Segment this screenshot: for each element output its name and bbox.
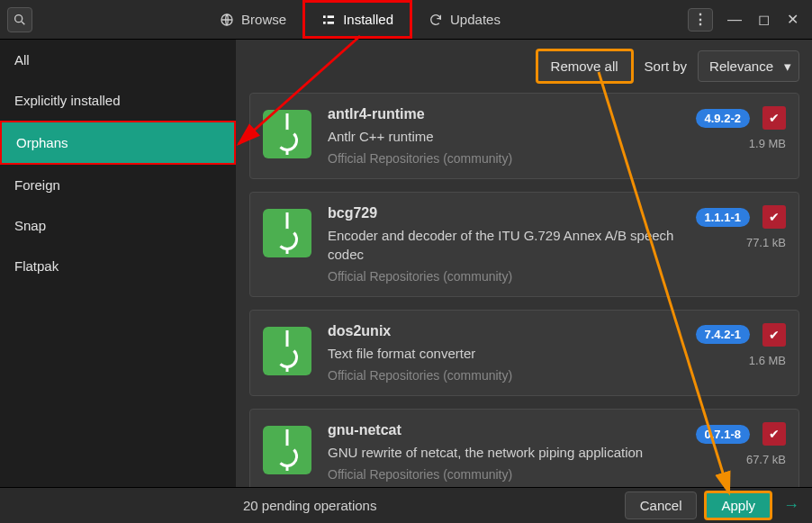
package-remove-check[interactable]: ✔ [762, 106, 786, 130]
package-description: Antlr C++ runtime [328, 128, 680, 146]
sidebar-item-label: Orphans [16, 135, 68, 150]
package-info: dos2unix Text file format converter Offi… [328, 323, 680, 383]
sidebar-item-label: Flatpak [14, 258, 59, 274]
main-tabs: Browse Installed Updates [203, 0, 517, 39]
package-name: gnu-netcat [328, 422, 680, 438]
apply-button[interactable]: Apply [704, 491, 772, 520]
main-area: All Explicitly installed Orphans Foreign… [0, 40, 812, 487]
sidebar-item-explicit[interactable]: Explicitly installed [0, 80, 236, 121]
pending-label: 20 pending operations [9, 498, 625, 513]
package-repo: Official Repositories (community) [328, 368, 680, 383]
tab-updates[interactable]: Updates [412, 0, 517, 39]
package-remove-check[interactable]: ✔ [762, 205, 786, 229]
package-description: Text file format converter [328, 345, 680, 363]
package-meta: 4.9.2-2 ✔ 1.9 MB [696, 106, 786, 150]
package-name: antlr4-runtime [328, 106, 680, 122]
svg-rect-6 [328, 22, 334, 24]
package-row[interactable]: bcg729 Encoder and decoder of the ITU G.… [249, 192, 799, 297]
package-row[interactable]: gnu-netcat GNU rewrite of netcat, the ne… [249, 409, 799, 487]
maximize-button[interactable]: ◻ [751, 8, 776, 32]
package-repo: Official Repositories (community) [328, 151, 680, 166]
package-repo: Official Repositories (community) [328, 467, 680, 482]
package-meta: 0.7.1-8 ✔ 67.7 kB [696, 422, 786, 466]
package-info: antlr4-runtime Antlr C++ runtime Officia… [328, 106, 680, 166]
svg-line-1 [22, 22, 24, 24]
svg-point-0 [15, 14, 23, 22]
package-size: 1.9 MB [749, 137, 786, 150]
search-button[interactable] [7, 7, 32, 32]
content-area: Remove all Sort by Relevance antlr4-runt… [237, 40, 812, 487]
search-icon [13, 13, 27, 27]
package-description: Encoder and decoder of the ITU G.729 Ann… [328, 227, 680, 264]
package-repo: Official Repositories (community) [328, 269, 680, 284]
package-name: bcg729 [328, 205, 680, 221]
footer-bar: 20 pending operations Cancel Apply → [0, 487, 812, 523]
sidebar-item-label: All [14, 52, 30, 68]
package-icon [263, 110, 311, 158]
window-controls: ⋮ — ◻ ✕ [688, 8, 805, 32]
package-description: GNU rewrite of netcat, the network pipin… [328, 444, 680, 462]
sidebar-item-snap[interactable]: Snap [0, 205, 236, 246]
package-row[interactable]: dos2unix Text file format converter Offi… [249, 310, 799, 396]
sidebar-item-label: Foreign [14, 177, 60, 193]
sidebar-item-orphans[interactable]: Orphans [0, 121, 236, 165]
package-row[interactable]: antlr4-runtime Antlr C++ runtime Officia… [249, 93, 799, 179]
package-info: gnu-netcat GNU rewrite of netcat, the ne… [328, 422, 680, 482]
tab-browse[interactable]: Browse [203, 0, 302, 39]
content-toolbar: Remove all Sort by Relevance [237, 40, 812, 93]
title-bar: Browse Installed Updates ⋮ — ◻ ✕ [0, 0, 812, 40]
sidebar-item-foreign[interactable]: Foreign [0, 165, 236, 205]
package-meta: 1.1.1-1 ✔ 77.1 kB [696, 205, 786, 249]
package-version-badge: 4.9.2-2 [696, 109, 750, 128]
refresh-icon [429, 13, 443, 27]
globe-icon [220, 13, 234, 27]
package-icon [263, 327, 311, 375]
sidebar-item-label: Snap [14, 218, 46, 233]
menu-button[interactable]: ⋮ [688, 8, 713, 32]
svg-rect-3 [323, 15, 326, 18]
svg-rect-4 [323, 22, 326, 24]
package-info: bcg729 Encoder and decoder of the ITU G.… [328, 205, 680, 284]
sort-select[interactable]: Relevance [698, 50, 799, 82]
tab-label: Updates [450, 12, 501, 27]
tab-label: Browse [241, 12, 286, 27]
package-icon [263, 209, 311, 257]
package-size: 1.6 MB [749, 354, 786, 367]
sidebar: All Explicitly installed Orphans Foreign… [0, 40, 237, 487]
package-list: antlr4-runtime Antlr C++ runtime Officia… [237, 93, 812, 487]
cancel-button[interactable]: Cancel [625, 491, 698, 519]
package-version-badge: 1.1.1-1 [696, 208, 750, 227]
expand-arrow-button[interactable]: → [780, 496, 803, 515]
list-icon [321, 13, 336, 27]
tab-label: Installed [343, 12, 393, 27]
sidebar-item-all[interactable]: All [0, 40, 236, 80]
svg-rect-5 [328, 15, 334, 18]
sort-by-label: Sort by [645, 59, 688, 74]
package-version-badge: 0.7.1-8 [696, 425, 750, 444]
close-button[interactable]: ✕ [780, 8, 805, 32]
package-size: 77.1 kB [746, 236, 786, 249]
tab-installed[interactable]: Installed [302, 0, 412, 39]
package-remove-check[interactable]: ✔ [762, 323, 786, 347]
package-remove-check[interactable]: ✔ [762, 422, 786, 446]
package-size: 67.7 kB [746, 453, 786, 466]
minimize-button[interactable]: — [722, 8, 747, 32]
package-icon [263, 426, 311, 474]
package-name: dos2unix [328, 323, 680, 339]
package-meta: 7.4.2-1 ✔ 1.6 MB [696, 323, 786, 367]
package-version-badge: 7.4.2-1 [696, 325, 750, 344]
remove-all-button[interactable]: Remove all [536, 49, 634, 84]
sidebar-item-label: Explicitly installed [14, 93, 121, 108]
sidebar-item-flatpak[interactable]: Flatpak [0, 246, 236, 286]
